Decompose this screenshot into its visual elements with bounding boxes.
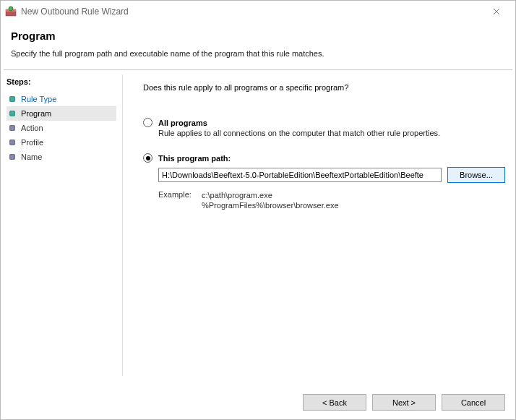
steps-sidebar: Steps: Rule Type Program Action Profile … <box>1 70 122 380</box>
radio-all-programs[interactable] <box>143 118 152 127</box>
step-label: Program <box>21 109 51 118</box>
close-button[interactable] <box>482 1 511 22</box>
radio-this-program-group: This program path: Browse... Example: c:… <box>143 153 505 211</box>
steps-label: Steps: <box>7 77 116 86</box>
radio-all-programs-desc: Rule applies to all connections on the c… <box>158 129 505 137</box>
step-action[interactable]: Action <box>7 121 116 135</box>
cancel-button[interactable]: Cancel <box>442 394 505 411</box>
svg-point-2 <box>9 7 13 11</box>
wizard-content: Does this rule apply to all programs or … <box>123 70 515 380</box>
step-bullet-icon <box>9 111 15 116</box>
step-bullet-icon <box>9 140 15 145</box>
back-button[interactable]: < Back <box>303 394 366 411</box>
step-bullet-icon <box>9 154 15 160</box>
step-label: Name <box>21 153 42 161</box>
window-title: New Outbound Rule Wizard <box>21 7 482 17</box>
step-rule-type[interactable]: Rule Type <box>7 92 116 106</box>
example-text: c:\path\program.exe %ProgramFiles%\brows… <box>202 190 339 211</box>
step-name[interactable]: Name <box>7 150 116 164</box>
step-label: Profile <box>21 138 43 147</box>
radio-all-programs-group: All programs Rule applies to all connect… <box>143 118 505 137</box>
step-bullet-icon <box>9 96 15 102</box>
question-text: Does this rule apply to all programs or … <box>143 83 505 92</box>
radio-this-program-label[interactable]: This program path: <box>158 154 231 163</box>
titlebar: New Outbound Rule Wizard <box>1 1 515 22</box>
example-label: Example: <box>158 190 202 211</box>
step-bullet-icon <box>9 125 15 131</box>
step-profile[interactable]: Profile <box>7 135 116 150</box>
page-title: Program <box>11 30 505 42</box>
program-path-input[interactable] <box>158 168 442 182</box>
browse-button[interactable]: Browse... <box>447 167 505 183</box>
step-label: Action <box>21 124 43 132</box>
next-button[interactable]: Next > <box>372 394 436 411</box>
firewall-icon <box>5 6 17 17</box>
radio-all-programs-label[interactable]: All programs <box>158 119 207 127</box>
wizard-header: Program Specify the full program path an… <box>1 22 515 69</box>
step-program[interactable]: Program <box>7 106 116 121</box>
wizard-footer: < Back Next > Cancel <box>303 394 505 411</box>
step-link[interactable]: Rule Type <box>21 95 56 103</box>
radio-this-program[interactable] <box>143 153 152 163</box>
page-subtitle: Specify the full program path and execut… <box>11 49 505 58</box>
